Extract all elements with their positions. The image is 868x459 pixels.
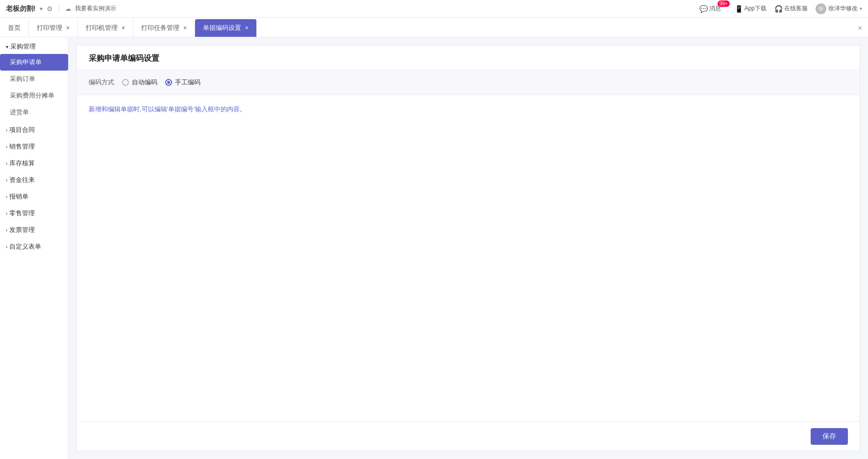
- sidebar-item-purchase-order[interactable]: 采购订单: [0, 71, 68, 87]
- avatar: 徐: [816, 3, 826, 14]
- sidebar-group-project: › 项目合同: [0, 121, 68, 137]
- tab-print-management[interactable]: 打印管理 ×: [29, 19, 78, 37]
- tab-print-management-label: 打印管理: [37, 24, 62, 32]
- sidebar-item-stock-in[interactable]: 进货单: [0, 104, 68, 121]
- top-bar: 老板勿割! ▾ ⚙ ☁ 我要看实例演示 💬 消息 99+ 📱 App下载 🎧 在…: [0, 0, 868, 18]
- demo-link[interactable]: 我要看实例演示: [75, 4, 116, 13]
- sidebar: ▾ 采购管理 采购申请单 采购订单 采购费用分摊单 进货单 › 项目合同: [0, 37, 69, 459]
- encoding-label: 编码方式: [89, 78, 114, 87]
- content-inner: 采购申请单编码设置 编码方式 自动编码 手工编码 新增和编辑单据时,可以编辑'单…: [76, 45, 860, 422]
- close-all-icon: ×: [858, 24, 862, 32]
- sidebar-group-expense: › 报销单: [0, 187, 68, 204]
- sidebar-group-sales-title[interactable]: › 销售管理: [0, 137, 68, 154]
- message-icon: 💬: [699, 5, 708, 13]
- sidebar-group-retail-title[interactable]: › 零售管理: [0, 204, 68, 221]
- chevron-right-icon: ›: [6, 161, 7, 166]
- sidebar-group-capital: › 资金往来: [0, 171, 68, 187]
- user-menu[interactable]: 徐 徐泽华修改 ▾: [816, 3, 862, 14]
- tab-home-label: 首页: [8, 24, 21, 32]
- save-button[interactable]: 保存: [811, 428, 848, 445]
- manual-code-label: 手工编码: [175, 78, 200, 87]
- tab-home[interactable]: 首页: [0, 19, 29, 37]
- auto-code-label: 自动编码: [132, 78, 157, 87]
- sidebar-group-purchase-title[interactable]: ▾ 采购管理: [0, 37, 68, 54]
- chevron-right-icon: ›: [6, 128, 7, 133]
- gear-icon[interactable]: ⚙: [47, 5, 53, 13]
- sidebar-group-retail: › 零售管理: [0, 204, 68, 221]
- manual-code-radio[interactable]: [165, 79, 172, 86]
- sidebar-group-capital-title[interactable]: › 资金往来: [0, 171, 68, 187]
- chevron-down-icon: ▾: [860, 6, 862, 11]
- download-icon: 📱: [735, 5, 743, 13]
- message-badge: 99+: [718, 0, 730, 7]
- tab-close-print-management[interactable]: ×: [66, 25, 70, 31]
- chevron-down-icon: ▾: [6, 44, 8, 50]
- manual-code-option[interactable]: 手工编码: [165, 78, 200, 87]
- sidebar-group-expense-title[interactable]: › 报销单: [0, 187, 68, 204]
- sidebar-group-custom-title[interactable]: › 自定义表单: [0, 237, 68, 254]
- online-service-button[interactable]: 🎧 在线客服: [774, 4, 808, 13]
- chevron-down-icon[interactable]: ▾: [40, 5, 43, 12]
- sidebar-group-purchase: ▾ 采购管理 采购申请单 采购订单 采购费用分摊单 进货单: [0, 37, 68, 121]
- tab-bar: 首页 打印管理 × 打印机管理 × 打印任务管理 × 单据编码设置 × ×: [0, 18, 868, 37]
- content-footer: 保存: [76, 422, 860, 451]
- tab-printer-management[interactable]: 打印机管理 ×: [78, 19, 133, 37]
- app-title: 老板勿割!: [6, 4, 36, 13]
- sidebar-group-sales: › 销售管理: [0, 137, 68, 154]
- sidebar-group-inventory: › 库存核算: [0, 154, 68, 171]
- sidebar-group-custom: › 自定义表单: [0, 237, 68, 254]
- sidebar-group-inventory-title[interactable]: › 库存核算: [0, 154, 68, 171]
- tab-close-printer-management[interactable]: ×: [122, 25, 125, 31]
- sidebar-group-invoice-title[interactable]: › 发票管理: [0, 221, 68, 237]
- top-bar-left: 老板勿割! ▾ ⚙ ☁ 我要看实例演示: [6, 4, 116, 13]
- tab-printer-management-label: 打印机管理: [86, 24, 118, 32]
- content-area: 采购申请单编码设置 编码方式 自动编码 手工编码 新增和编辑单据时,可以编辑'单…: [69, 37, 868, 459]
- auto-code-radio[interactable]: [122, 79, 129, 86]
- app-download-button[interactable]: 📱 App下载: [735, 4, 767, 13]
- service-icon: 🎧: [774, 5, 783, 13]
- user-name: 徐泽华修改: [828, 4, 858, 13]
- sidebar-item-purchase-request[interactable]: 采购申请单: [0, 54, 68, 71]
- tab-print-task[interactable]: 打印任务管理 ×: [133, 19, 195, 37]
- chevron-right-icon: ›: [6, 228, 7, 233]
- chevron-right-icon: ›: [6, 178, 7, 183]
- page-title: 采购申请单编码设置: [77, 46, 860, 70]
- tab-close-print-task[interactable]: ×: [183, 25, 187, 31]
- sidebar-group-project-title[interactable]: › 项目合同: [0, 121, 68, 137]
- encoding-section: 编码方式 自动编码 手工编码: [77, 70, 860, 95]
- tab-encode-settings[interactable]: 单据编码设置 ×: [195, 19, 257, 37]
- tab-encode-settings-label: 单据编码设置: [203, 24, 241, 32]
- sidebar-item-purchase-cost[interactable]: 采购费用分摊单: [0, 87, 68, 104]
- app-download-label: App下载: [744, 4, 767, 13]
- chevron-right-icon: ›: [6, 244, 7, 250]
- message-button[interactable]: 💬 消息 99+: [699, 4, 721, 13]
- cloud-icon: ☁: [65, 5, 71, 12]
- chevron-right-icon: ›: [6, 211, 7, 216]
- chevron-right-icon: ›: [6, 194, 7, 200]
- tab-print-task-label: 打印任务管理: [141, 24, 179, 32]
- auto-code-option[interactable]: 自动编码: [122, 78, 157, 87]
- info-text: 新增和编辑单据时,可以编辑'单据编号'输入框中的内容。: [77, 95, 860, 124]
- sidebar-group-invoice: › 发票管理: [0, 221, 68, 237]
- tab-close-encode-settings[interactable]: ×: [245, 25, 248, 31]
- main-layout: ▾ 采购管理 采购申请单 采购订单 采购费用分摊单 进货单 › 项目合同: [0, 37, 868, 459]
- online-service-label: 在线客服: [784, 4, 808, 13]
- close-all-tabs-button[interactable]: ×: [852, 19, 868, 37]
- top-bar-right: 💬 消息 99+ 📱 App下载 🎧 在线客服 徐 徐泽华修改 ▾: [699, 3, 862, 14]
- chevron-right-icon: ›: [6, 144, 7, 150]
